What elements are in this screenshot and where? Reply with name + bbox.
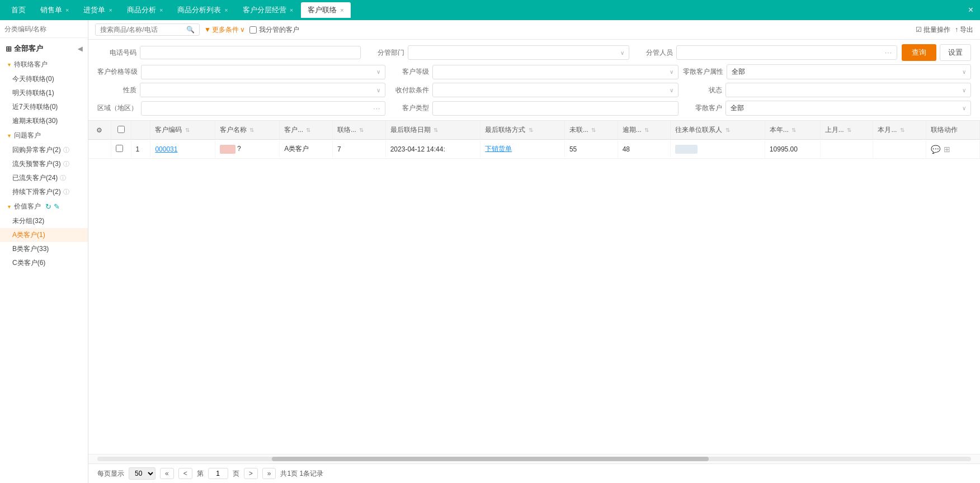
table-header-row: ⚙ 客户编码 ⇅ 客户名称 ⇅ 客户... ⇅: [88, 121, 980, 140]
chat-icon[interactable]: 💬: [931, 145, 940, 154]
status-dropdown-icon: ∨: [962, 87, 966, 93]
row-checkbox[interactable]: [116, 145, 123, 152]
settings-button[interactable]: 设置: [940, 44, 971, 61]
nav-tab-analysis[interactable]: 商品分析 ×: [120, 2, 169, 18]
sidebar-search-input[interactable]: [4, 25, 88, 33]
info-icon-loss: ⓘ: [63, 160, 69, 168]
my-customers-checkbox[interactable]: [249, 26, 257, 34]
sidebar-item-declining[interactable]: 持续下滑客户(2) ⓘ: [0, 185, 88, 199]
adv-input-dept[interactable]: ∨: [408, 45, 629, 60]
adv-input-sparse-attr[interactable]: 全部 ∨: [727, 64, 971, 79]
th-no-contact[interactable]: 未联... ⇅: [564, 121, 618, 140]
prev-page-button[interactable]: <: [178, 468, 192, 479]
adv-input-payment[interactable]: ∨: [432, 83, 678, 97]
th-this-year[interactable]: 本年... ⇅: [765, 121, 820, 140]
filter-search-input[interactable]: [100, 26, 184, 34]
sidebar-item-7days[interactable]: 近7天待联络(0): [0, 100, 88, 114]
sidebar-grid-icon: ⊞: [6, 45, 12, 53]
close-segment-icon[interactable]: ×: [290, 7, 293, 13]
sidebar-item-c-class[interactable]: C类客户(6): [0, 256, 88, 270]
td-last-method[interactable]: 下销货单: [480, 140, 565, 159]
next-page-button[interactable]: >: [244, 468, 258, 479]
close-purchase-icon[interactable]: ×: [109, 7, 112, 13]
export-button[interactable]: ↑ 导出: [955, 25, 973, 35]
adv-input-manager[interactable]: ···: [676, 45, 897, 60]
filter-search-icon[interactable]: 🔍: [186, 26, 195, 34]
th-code[interactable]: 客户编码 ⇅: [150, 121, 215, 140]
th-overdue[interactable]: 逾期... ⇅: [618, 121, 671, 140]
close-analysis-icon[interactable]: ×: [159, 7, 163, 13]
sidebar-tri-problem: ▼: [7, 133, 12, 139]
nav-tab-sales[interactable]: 销售单 ×: [34, 2, 76, 18]
sort-last-method-icon: ⇅: [529, 127, 533, 133]
adv-input-sparse[interactable]: 全部 ∨: [725, 101, 971, 116]
th-company-contact[interactable]: 往来单位联系人 ⇅: [671, 121, 765, 140]
first-page-button[interactable]: «: [160, 468, 174, 479]
sidebar-item-b-class[interactable]: B类客户(33): [0, 242, 88, 256]
nav-tab-analysis-list[interactable]: 商品分析列表 ×: [171, 2, 234, 18]
th-this-month[interactable]: 本月... ⇅: [873, 121, 926, 140]
adv-field-customer-level: 客户等级 ∨: [390, 65, 678, 79]
sort-no-contact-icon: ⇅: [591, 127, 596, 133]
nav-home[interactable]: 首页: [4, 2, 32, 18]
td-check[interactable]: [111, 140, 131, 159]
sidebar-item-today[interactable]: 今天待联络(0): [0, 72, 88, 86]
adv-action-buttons: 查询 设置: [902, 44, 971, 61]
page-number-input[interactable]: [208, 468, 228, 479]
horizontal-scrollbar[interactable]: [97, 457, 971, 461]
sidebar-group-pending[interactable]: ▼ 待联络客户: [0, 57, 88, 72]
filter-bar: 🔍 ▼ 更多条件 ∨ 我分管的客户 ☑ 批量操作 ↑ 导出: [88, 20, 980, 40]
table-area: ⚙ 客户编码 ⇅ 客户名称 ⇅ 客户... ⇅: [88, 121, 980, 454]
close-contact-icon[interactable]: ×: [340, 7, 343, 13]
sidebar-item-ungroup[interactable]: 未分组(32): [0, 214, 88, 228]
select-all-checkbox[interactable]: [117, 126, 125, 133]
last-page-button[interactable]: »: [262, 468, 276, 479]
th-last-date[interactable]: 最后联络日期 ⇅: [385, 121, 480, 140]
close-all-button[interactable]: ×: [966, 5, 976, 15]
close-analysis-list-icon[interactable]: ×: [224, 7, 228, 13]
sidebar-group-value[interactable]: ▼ 价值客户 ↻ ✎: [0, 199, 88, 214]
th-seq: [131, 121, 150, 140]
info-icon-repurchase: ⓘ: [63, 146, 69, 154]
sidebar-group-problem[interactable]: ▼ 问题客户: [0, 128, 88, 143]
sidebar-item-a-class[interactable]: A类客户(1): [0, 228, 88, 242]
adv-input-nature[interactable]: ∨: [140, 83, 385, 97]
th-gear[interactable]: ⚙: [88, 121, 111, 140]
filter-more-button[interactable]: ▼ 更多条件 ∨: [204, 25, 245, 35]
my-customers-filter[interactable]: 我分管的客户: [249, 25, 299, 35]
sidebar-item-overdue[interactable]: 逾期未联络(30): [0, 114, 88, 128]
nav-tab-customer-segment[interactable]: 客户分层经营 ×: [236, 2, 300, 18]
adv-input-region[interactable]: ···: [141, 101, 385, 116]
adv-input-customer-type[interactable]: [432, 101, 678, 116]
sidebar-all-customers[interactable]: ⊞ 全部客户 ◀: [0, 40, 88, 57]
value-refresh-icon[interactable]: ↻: [45, 202, 51, 211]
th-check[interactable]: [111, 121, 131, 140]
sidebar-item-repurchase[interactable]: 回购异常客户(2) ⓘ: [0, 143, 88, 157]
th-contacts[interactable]: 联络... ⇅: [332, 121, 385, 140]
close-sales-icon[interactable]: ×: [65, 7, 69, 13]
adv-input-customer-level[interactable]: ∨: [432, 65, 678, 79]
page-size-select[interactable]: 50: [129, 467, 156, 480]
sidebar-item-lost[interactable]: 已流失客户(24) ⓘ: [0, 171, 88, 185]
th-last-month[interactable]: 上月... ⇅: [820, 121, 873, 140]
sidebar-collapse-icon[interactable]: ◀: [78, 45, 82, 53]
adv-input-price-level[interactable]: ∨: [141, 65, 385, 79]
query-button[interactable]: 查询: [902, 44, 936, 61]
adv-input-phone[interactable]: [140, 46, 361, 59]
sidebar-item-tomorrow[interactable]: 明天待联络(1): [0, 86, 88, 100]
nav-tab-customer-contact[interactable]: 客户联络 ×: [301, 2, 350, 18]
batch-op-button[interactable]: ☑ 批量操作: [916, 25, 950, 35]
qr-icon[interactable]: ⊞: [944, 145, 950, 154]
value-edit-icon[interactable]: ✎: [54, 202, 60, 211]
adv-input-status[interactable]: ∨: [725, 83, 971, 97]
th-type[interactable]: 客户... ⇅: [280, 121, 333, 140]
td-code[interactable]: 000031: [150, 140, 215, 159]
adv-field-phone: 电话号码: [97, 46, 361, 59]
sidebar-item-loss-warning[interactable]: 流失预警客户(3) ⓘ: [0, 157, 88, 171]
customer-table: ⚙ 客户编码 ⇅ 客户名称 ⇅ 客户... ⇅: [88, 121, 980, 159]
action-icons: 💬 ⊞: [931, 145, 975, 154]
th-name[interactable]: 客户名称 ⇅: [215, 121, 279, 140]
nav-tab-purchase[interactable]: 进货单 ×: [77, 2, 119, 18]
region-more-icon: ···: [373, 105, 380, 112]
th-last-method[interactable]: 最后联络方式 ⇅: [480, 121, 565, 140]
